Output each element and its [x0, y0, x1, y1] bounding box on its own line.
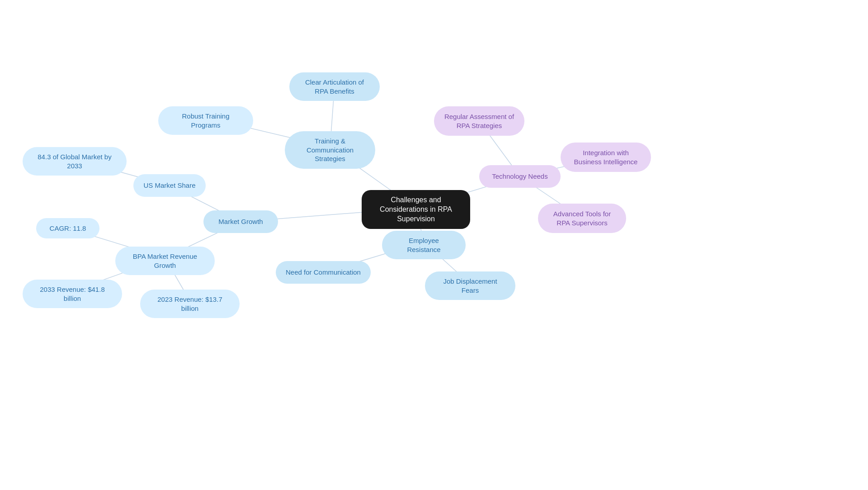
node-training_comm[interactable]: Training & Communication Strategies — [285, 131, 375, 169]
node-market_84[interactable]: 84.3 of Global Market by 2033 — [23, 147, 127, 176]
node-rev_2023[interactable]: 2023 Revenue: $13.7 billion — [140, 290, 240, 318]
node-need_comm[interactable]: Need for Communication — [276, 261, 371, 284]
node-robust_training[interactable]: Robust Training Programs — [158, 106, 253, 135]
node-job_displacement[interactable]: Job Displacement Fears — [425, 271, 515, 300]
node-advanced_tools[interactable]: Advanced Tools for RPA Supervisors — [538, 204, 626, 233]
node-bpa_revenue[interactable]: BPA Market Revenue Growth — [115, 247, 215, 275]
node-regular_assessment[interactable]: Regular Assessment of RPA Strategies — [434, 106, 524, 136]
node-integration_bi[interactable]: Integration with Business Intelligence — [561, 143, 651, 172]
node-market_growth[interactable]: Market Growth — [203, 210, 278, 233]
node-cagr[interactable]: CAGR: 11.8 — [36, 218, 99, 238]
node-tech_needs[interactable]: Technology Needs — [479, 165, 561, 188]
mindmap-container: Challenges and Considerations in RPA Sup… — [0, 0, 868, 490]
center-node[interactable]: Challenges and Considerations in RPA Sup… — [362, 190, 470, 229]
node-employee_resistance[interactable]: Employee Resistance — [382, 231, 466, 259]
node-clear_articulation[interactable]: Clear Articulation of RPA Benefits — [289, 72, 380, 101]
node-us_market_share[interactable]: US Market Share — [133, 174, 206, 197]
node-rev_2033[interactable]: 2033 Revenue: $41.8 billion — [23, 280, 122, 308]
